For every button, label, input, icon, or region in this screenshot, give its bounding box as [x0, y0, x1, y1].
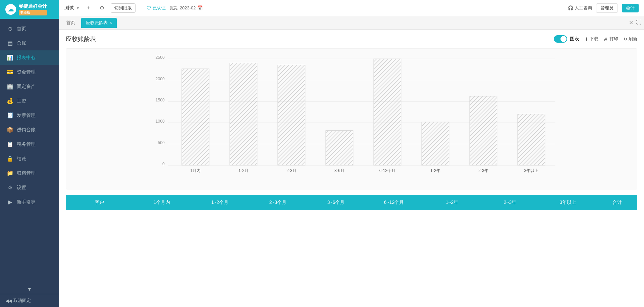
sidebar-nav: ⊙ 首页 ▤ 总账 📊 报表中心 💳 资金管理 🏢 固定资产 💰 工资 — [0, 19, 59, 284]
sidebar: ☁ 畅捷通好会计 专业版 ⊙ 首页 ▤ 总账 📊 报表中心 💳 资金管理 🏢 — [0, 0, 59, 307]
col-header-1y: 1~2年 — [423, 195, 481, 210]
invoice-icon: 🧾 — [7, 112, 13, 119]
svg-text:2-3月: 2-3月 — [286, 168, 297, 173]
col-header-total: 合计 — [597, 195, 637, 210]
shield-icon: 🛡 — [147, 5, 151, 11]
sidebar-item-label: 设置 — [17, 185, 26, 191]
sidebar-item-label: 工资 — [17, 98, 26, 104]
sidebar-item-label: 归档管理 — [17, 170, 36, 176]
settings-button[interactable]: ⚙ — [97, 3, 107, 13]
cancel-fixed-label: 取消固定 — [13, 298, 31, 304]
svg-text:1-2月: 1-2月 — [238, 168, 249, 173]
chart-toggle: 图表 — [554, 35, 579, 43]
sidebar-item-label: 总账 — [17, 40, 26, 46]
svg-text:6-12个月: 6-12个月 — [379, 168, 396, 173]
col-header-12m: 6~12个月 — [365, 195, 423, 210]
sidebar-item-guide[interactable]: ▶ 新手引导 — [0, 195, 59, 209]
tab-label: 应收账龄表 — [86, 20, 108, 26]
refresh-label: 刷新 — [629, 36, 637, 42]
company-name: 测试 — [64, 5, 74, 11]
svg-rect-16 — [374, 59, 401, 165]
add-button[interactable]: ＋ — [84, 3, 93, 13]
svg-text:1500: 1500 — [156, 98, 165, 102]
sidebar-item-salary[interactable]: 💰 工资 — [0, 94, 59, 108]
cancel-fixed-button[interactable]: ◀◀ 取消固定 — [0, 294, 59, 307]
sidebar-item-label: 发票管理 — [17, 113, 36, 119]
sidebar-item-asset[interactable]: 🏢 固定资产 — [0, 79, 59, 94]
page-header: 应收账龄表 图表 ⬇ 下载 🖨 打印 — [66, 35, 637, 43]
sidebar-item-settings[interactable]: ⚙ 设置 — [0, 180, 59, 195]
svg-text:1-2年: 1-2年 — [430, 168, 440, 173]
sidebar-item-invoice[interactable]: 🧾 发票管理 — [0, 108, 59, 123]
sidebar-item-fund[interactable]: 💳 资金管理 — [0, 65, 59, 79]
tab-accounts-receivable[interactable]: 应收账龄表 × — [81, 18, 117, 28]
plus-icon: ＋ — [86, 4, 91, 11]
consult-button[interactable]: 🎧 人工咨询 — [568, 5, 592, 11]
col-header-2m: 1~2个月 — [191, 195, 249, 210]
sidebar-item-archive[interactable]: 📁 归档管理 — [0, 166, 59, 180]
tab-close-icon[interactable]: × — [110, 20, 112, 25]
refresh-button[interactable]: ↻ 刷新 — [624, 36, 637, 42]
sidebar-item-ledger[interactable]: ▤ 总账 — [0, 36, 59, 50]
logo-text: 畅捷通好会计 — [19, 3, 47, 9]
tabs-actions: ✕ ⛶ — [629, 19, 641, 26]
svg-text:3年以上: 3年以上 — [524, 168, 539, 173]
divider-1 — [141, 5, 141, 11]
sidebar-item-label: 首页 — [17, 26, 26, 32]
svg-text:2000: 2000 — [156, 77, 165, 81]
home-icon: ⊙ — [7, 26, 13, 32]
table-header: 客户 1个月内 1~2个月 2~3个月 3~6个月 6~12个月 1~2年 2~… — [66, 195, 637, 210]
download-button[interactable]: ⬇ 下载 — [585, 36, 598, 42]
fund-icon: 💳 — [7, 69, 13, 75]
sidebar-item-inventory[interactable]: 📦 进销台账 — [0, 123, 59, 137]
svg-rect-13 — [230, 63, 257, 165]
tabs-bar: 首页 应收账龄表 × ✕ ⛶ — [59, 16, 644, 30]
sidebar-item-tax[interactable]: 📋 税务管理 — [0, 137, 59, 151]
svg-text:1月内: 1月内 — [190, 168, 201, 173]
chart-toggle-switch[interactable] — [554, 35, 567, 43]
calendar-icon[interactable]: 📅 — [197, 5, 203, 10]
svg-rect-19 — [518, 114, 545, 165]
page-title: 应收账龄表 — [66, 35, 96, 43]
tab-home[interactable]: 首页 — [62, 18, 80, 28]
sidebar-item-label: 结账 — [17, 156, 26, 162]
col-header-3m: 2~3个月 — [249, 195, 307, 210]
tax-icon: 📋 — [7, 141, 13, 147]
sidebar-item-home[interactable]: ⊙ 首页 — [0, 21, 59, 36]
col-header-3y: 3年以上 — [539, 195, 597, 210]
sidebar-item-close-account[interactable]: 🔒 结账 — [0, 151, 59, 166]
col-header-1m: 1个月内 — [133, 195, 191, 210]
bar-chart: 0 500 1000 1500 2000 2500 — [83, 55, 630, 182]
pro-badge: 专业版 — [19, 10, 47, 15]
expand-tab-action[interactable]: ⛶ — [636, 19, 641, 26]
close-tab-action[interactable]: ✕ — [629, 19, 633, 26]
dropdown-icon: ▼ — [76, 6, 80, 10]
switch-version-button[interactable]: 切到旧版 — [111, 3, 136, 13]
print-button[interactable]: 🖨 打印 — [604, 36, 618, 42]
page-actions: 图表 ⬇ 下载 🖨 打印 ↻ 刷新 — [554, 35, 637, 43]
sidebar-item-report[interactable]: 📊 报表中心 — [0, 50, 59, 65]
page-content: 应收账龄表 图表 ⬇ 下载 🖨 打印 — [59, 30, 644, 307]
user-button[interactable]: 管理员 — [596, 3, 618, 13]
chart-toggle-label: 图表 — [570, 36, 579, 42]
inventory-icon: 📦 — [7, 127, 13, 133]
period-info: 账期 2023-02 📅 — [170, 5, 203, 11]
col-header-customer: 客户 — [66, 195, 133, 210]
user-label: 管理员 — [600, 5, 613, 10]
period-label: 账期 — [170, 5, 178, 11]
company-selector[interactable]: 测试 ▼ — [64, 5, 80, 11]
asset-icon: 🏢 — [7, 83, 13, 90]
print-label: 打印 — [609, 36, 618, 42]
svg-rect-15 — [326, 131, 353, 165]
svg-text:1000: 1000 — [156, 119, 165, 124]
sidebar-item-label: 新手引导 — [17, 199, 36, 205]
sidebar-item-label: 报表中心 — [17, 55, 36, 61]
svg-rect-18 — [470, 96, 497, 165]
role-button[interactable]: 会计 — [622, 4, 639, 12]
sidebar-item-label: 固定资产 — [17, 84, 36, 90]
download-label: 下载 — [590, 36, 598, 42]
svg-text:2-3年: 2-3年 — [478, 168, 488, 173]
switch-version-label: 切到旧版 — [114, 5, 132, 10]
scroll-indicator: ▼ — [0, 284, 59, 294]
col-header-2y: 2~3年 — [481, 195, 539, 210]
